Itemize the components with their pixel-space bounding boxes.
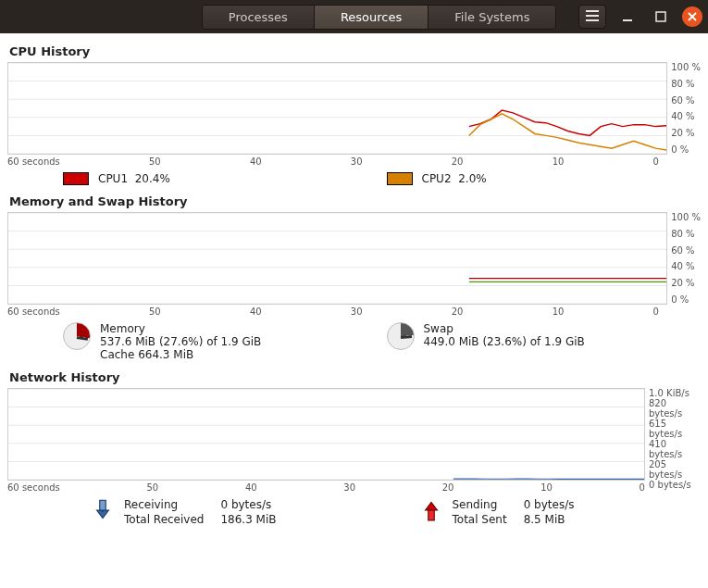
cpu1-label: CPU1 bbox=[98, 172, 128, 185]
memory-legend[interactable]: Memory 537.6 MiB (27.6%) of 1.9 GiB Cach… bbox=[7, 322, 378, 361]
tab-processes[interactable]: Processes bbox=[203, 6, 315, 29]
net-tx-total-label: Total Sent bbox=[453, 513, 507, 526]
cpu-chart bbox=[7, 62, 667, 155]
net-rx-rate: 0 bytes/s bbox=[220, 498, 276, 511]
swap-pie-icon bbox=[387, 322, 415, 350]
download-arrow-icon bbox=[91, 498, 115, 522]
tab-resources[interactable]: Resources bbox=[315, 6, 429, 29]
network-y-axis: 1.0 KiB/s820 bytes/s615 bytes/s410 bytes… bbox=[645, 388, 701, 481]
upload-arrow-icon bbox=[419, 498, 443, 522]
network-history-title: Network History bbox=[9, 370, 701, 384]
cpu2-value: 2.0% bbox=[458, 172, 487, 185]
cpu-y-axis: 100 %80 %60 %40 %20 %0 % bbox=[667, 62, 701, 155]
net-rx-total-label: Total Received bbox=[124, 513, 204, 526]
minimize-icon bbox=[621, 10, 634, 23]
close-icon bbox=[688, 12, 697, 21]
memory-used: 537.6 MiB (27.6%) of 1.9 GiB bbox=[100, 335, 261, 348]
cpu2-swatch bbox=[387, 172, 413, 185]
close-button[interactable] bbox=[682, 6, 702, 27]
network-tx-legend[interactable]: Sending 0 bytes/s Total Sent 8.5 MiB bbox=[373, 498, 702, 526]
memory-chart bbox=[7, 212, 667, 305]
view-switcher: Processes Resources File Systems bbox=[202, 5, 557, 30]
cpu1-legend[interactable]: CPU1 20.4% bbox=[7, 172, 378, 185]
memory-y-axis: 100 %80 %60 %40 %20 %0 % bbox=[667, 212, 701, 305]
hamburger-icon bbox=[586, 10, 599, 24]
swap-legend[interactable]: Swap 449.0 MiB (23.6%) of 1.9 GiB bbox=[378, 322, 702, 361]
net-tx-total: 8.5 MiB bbox=[524, 513, 575, 526]
minimize-button[interactable] bbox=[615, 5, 640, 29]
memory-cache: Cache 664.3 MiB bbox=[100, 348, 261, 361]
net-rx-total: 186.3 MiB bbox=[220, 513, 276, 526]
hamburger-menu-button[interactable] bbox=[578, 5, 606, 29]
tab-file-systems[interactable]: File Systems bbox=[429, 6, 555, 29]
net-tx-rate: 0 bytes/s bbox=[524, 498, 575, 511]
net-rx-label: Receiving bbox=[124, 498, 204, 511]
maximize-button[interactable] bbox=[649, 5, 673, 29]
cpu2-label: CPU2 bbox=[422, 172, 452, 185]
network-x-axis: 60 seconds50403020100 bbox=[7, 482, 701, 493]
cpu1-swatch bbox=[63, 172, 89, 185]
network-chart bbox=[7, 388, 645, 481]
memory-x-axis: 60 seconds50403020100 bbox=[7, 307, 701, 317]
network-rx-legend[interactable]: Receiving 0 bytes/s Total Received 186.3… bbox=[7, 498, 373, 526]
net-tx-label: Sending bbox=[453, 498, 507, 511]
memory-pie-icon bbox=[63, 322, 91, 350]
memory-history-title: Memory and Swap History bbox=[9, 194, 701, 208]
cpu2-legend[interactable]: CPU2 2.0% bbox=[378, 172, 702, 185]
titlebar: Processes Resources File Systems bbox=[0, 0, 708, 33]
memory-label: Memory bbox=[100, 322, 261, 335]
cpu1-value: 20.4% bbox=[135, 172, 170, 185]
svg-rect-0 bbox=[656, 12, 665, 21]
swap-label: Swap bbox=[424, 322, 585, 335]
cpu-history-title: CPU History bbox=[9, 44, 701, 58]
maximize-icon bbox=[655, 11, 666, 22]
swap-used: 449.0 MiB (23.6%) of 1.9 GiB bbox=[424, 335, 585, 348]
cpu-x-axis: 60 seconds50403020100 bbox=[7, 156, 701, 167]
